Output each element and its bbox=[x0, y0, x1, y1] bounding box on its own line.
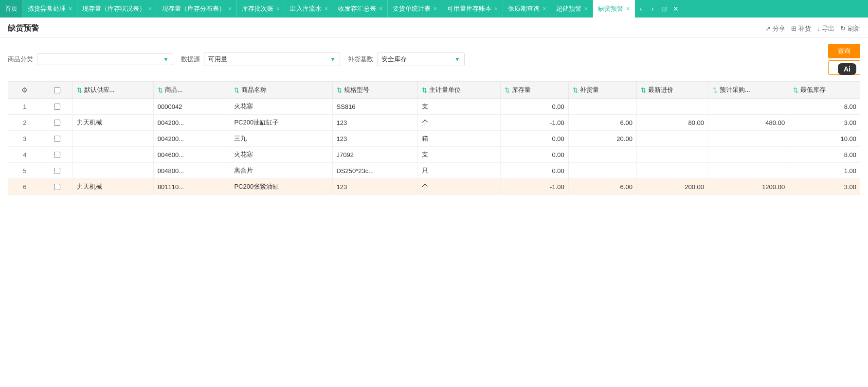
row-checkbox[interactable] bbox=[54, 168, 60, 174]
table-row: 4 004600... 火花塞 J7092 支 0.00 8.00 bbox=[8, 147, 860, 163]
th-settings[interactable]: ⚙ bbox=[8, 82, 42, 99]
cell-check[interactable] bbox=[42, 147, 72, 163]
cell-spec: SS816 bbox=[332, 99, 417, 115]
th-supplier[interactable]: ⇅ 默认供应... bbox=[72, 82, 153, 99]
th-spec[interactable]: ⇅ 规格型号 bbox=[332, 82, 417, 99]
share-btn[interactable]: ↗ 分享 bbox=[765, 24, 785, 33]
tab-close-expiry[interactable]: × bbox=[542, 5, 546, 12]
tab-close-order-stat[interactable]: × bbox=[434, 5, 437, 12]
min-stock-sort-icon: ⇅ bbox=[793, 87, 798, 94]
filter-group-replenish-base: 补货基数 安全库存 ▼ bbox=[348, 53, 465, 66]
tab-order-stat[interactable]: 要货单统计表 × bbox=[388, 0, 442, 18]
supplier-sort-icon: ⇅ bbox=[77, 87, 82, 94]
th-stock[interactable]: ⇅ 库存量 bbox=[500, 82, 568, 99]
gear-icon[interactable]: ⚙ bbox=[21, 86, 28, 94]
tab-close-inventory-dist[interactable]: × bbox=[228, 5, 232, 12]
cell-spec: 123 bbox=[332, 131, 417, 147]
th-goods-name[interactable]: ⇅ 商品名称 bbox=[230, 82, 332, 99]
th-min-stock[interactable]: ⇅ 最低库存 bbox=[789, 82, 860, 99]
tab-home[interactable]: 首页 bbox=[0, 0, 23, 18]
tab-close-flow[interactable]: × bbox=[325, 5, 328, 12]
cell-goods-code: 004200... bbox=[153, 131, 230, 147]
cell-replenish bbox=[568, 163, 636, 179]
row-checkbox[interactable] bbox=[54, 120, 60, 126]
cell-check[interactable] bbox=[42, 131, 72, 147]
th-replenish[interactable]: ⇅ 补货量 bbox=[568, 82, 636, 99]
cell-check[interactable] bbox=[42, 179, 72, 195]
replenish-base-select[interactable]: 安全库存 ▼ bbox=[377, 53, 465, 66]
refresh-btn[interactable]: ↻ 刷新 bbox=[840, 24, 860, 33]
tab-overstock[interactable]: 超储预警 × bbox=[551, 0, 593, 18]
tab-inventory-dist[interactable]: 现存量（库存分布表） × bbox=[157, 0, 237, 18]
tab-close-inventory-status[interactable]: × bbox=[148, 5, 152, 12]
refresh-icon: ↻ bbox=[840, 25, 846, 32]
tab-picking[interactable]: 拣货异常处理 × bbox=[23, 0, 77, 18]
cell-goods-code: 801110... bbox=[153, 179, 230, 195]
th-check[interactable] bbox=[42, 82, 72, 99]
share-icon: ↗ bbox=[765, 25, 771, 32]
tab-close-shortage[interactable]: × bbox=[626, 5, 630, 12]
cell-latest-price bbox=[636, 147, 708, 163]
cell-supplier bbox=[72, 147, 153, 163]
table-row: 6 力天机械 801110... PC200张紧油缸 123 个 -1.00 6… bbox=[8, 179, 860, 195]
cell-replenish: 6.00 bbox=[568, 115, 636, 131]
cell-goods-name: 三九 bbox=[230, 131, 332, 147]
tab-close-summary[interactable]: × bbox=[379, 5, 382, 12]
tab-restore-btn[interactable]: ⊡ bbox=[658, 0, 670, 18]
cell-unit: 个 bbox=[417, 179, 500, 195]
tab-batch-account[interactable]: 库存批次账 × bbox=[237, 0, 285, 18]
th-unit[interactable]: ⇅ 主计量单位 bbox=[417, 82, 500, 99]
category-select[interactable]: ▼ bbox=[37, 53, 173, 65]
est-purchase-sort-icon: ⇅ bbox=[712, 87, 718, 94]
row-checkbox[interactable] bbox=[54, 184, 60, 190]
replenish-base-label: 补货基数 bbox=[348, 55, 373, 64]
stock-sort-icon: ⇅ bbox=[505, 87, 510, 94]
cell-replenish bbox=[568, 147, 636, 163]
cell-supplier bbox=[72, 131, 153, 147]
table-body: 1 0000042 火花塞 SS816 支 0.00 8.00 2 力天机械 0… bbox=[8, 99, 860, 195]
tab-summary[interactable]: 收发存汇总表 × bbox=[333, 0, 388, 18]
export-btn[interactable]: ↓ 导出 bbox=[817, 24, 835, 33]
th-est-purchase[interactable]: ⇅ 预计采购... bbox=[708, 82, 789, 99]
select-all-checkbox[interactable] bbox=[54, 87, 60, 93]
cell-unit: 支 bbox=[417, 99, 500, 115]
cell-est-purchase bbox=[708, 131, 789, 147]
tab-shortage[interactable]: 缺货预警 × bbox=[593, 0, 635, 18]
cell-check[interactable] bbox=[42, 115, 72, 131]
tab-expiry[interactable]: 保质期查询 × bbox=[503, 0, 551, 18]
tab-inventory-status[interactable]: 现存量（库存状况表） × bbox=[77, 0, 157, 18]
th-goods-code[interactable]: ⇅ 商品... bbox=[153, 82, 230, 99]
tab-available[interactable]: 可用量库存账本 × bbox=[442, 0, 503, 18]
cell-check[interactable] bbox=[42, 99, 72, 115]
tab-close-overstock[interactable]: × bbox=[584, 5, 588, 12]
cell-index: 4 bbox=[8, 147, 42, 163]
tab-close-batch-account[interactable]: × bbox=[276, 5, 280, 12]
cell-goods-name: PC200油缸缸子 bbox=[230, 115, 332, 131]
cell-goods-name: 火花塞 bbox=[230, 147, 332, 163]
row-checkbox[interactable] bbox=[54, 152, 60, 158]
row-checkbox[interactable] bbox=[54, 136, 60, 142]
query-button[interactable]: 查询 bbox=[828, 44, 860, 58]
tab-flow[interactable]: 出入库流水 × bbox=[285, 0, 333, 18]
cell-check[interactable] bbox=[42, 163, 72, 179]
cell-latest-price: 200.00 bbox=[636, 179, 708, 195]
tab-prev-btn[interactable]: ‹ bbox=[635, 0, 647, 18]
cell-latest-price bbox=[636, 131, 708, 147]
cell-goods-name: 离合片 bbox=[230, 163, 332, 179]
cell-goods-code: 004800... bbox=[153, 163, 230, 179]
cell-min-stock: 10.00 bbox=[789, 131, 860, 147]
datasource-select[interactable]: 可用量 ▼ bbox=[204, 53, 340, 66]
tab-close-picking[interactable]: × bbox=[69, 5, 72, 12]
category-arrow-icon: ▼ bbox=[163, 56, 169, 63]
cell-min-stock: 3.00 bbox=[789, 115, 860, 131]
cell-est-purchase bbox=[708, 147, 789, 163]
row-checkbox[interactable] bbox=[54, 104, 60, 110]
replenish-btn[interactable]: ⊞ 补货 bbox=[791, 24, 811, 33]
cell-stock: 0.00 bbox=[500, 163, 568, 179]
tab-next-btn[interactable]: › bbox=[647, 0, 658, 18]
th-latest-price[interactable]: ⇅ 最新进价 bbox=[636, 82, 708, 99]
tab-close-all-btn[interactable]: ✕ bbox=[670, 0, 682, 18]
table-row: 5 004800... 离合片 DS250*23c... 只 0.00 1.00 bbox=[8, 163, 860, 179]
tab-close-available[interactable]: × bbox=[494, 5, 498, 12]
cell-latest-price bbox=[636, 163, 708, 179]
